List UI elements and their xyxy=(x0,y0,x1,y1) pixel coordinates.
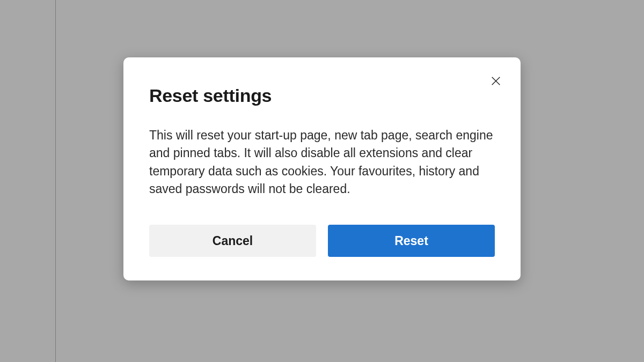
panel-divider xyxy=(55,0,56,362)
reset-button[interactable]: Reset xyxy=(328,225,495,257)
dialog-button-row: Cancel Reset xyxy=(149,225,495,257)
close-button[interactable] xyxy=(487,72,504,90)
dialog-body-text: This will reset your start-up page, new … xyxy=(149,127,495,198)
close-icon xyxy=(490,75,502,87)
dialog-title: Reset settings xyxy=(149,85,495,106)
reset-settings-dialog: Reset settings This will reset your star… xyxy=(123,57,521,280)
cancel-button[interactable]: Cancel xyxy=(149,225,316,257)
